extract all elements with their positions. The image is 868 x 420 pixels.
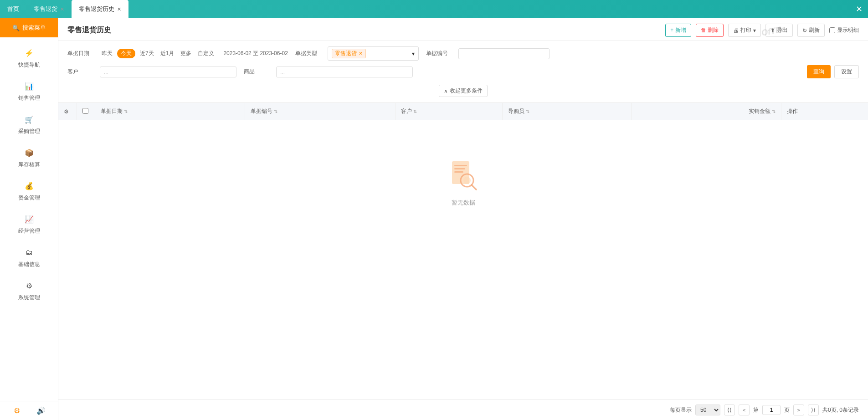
show-detail-checkbox[interactable] [829, 27, 835, 33]
sidebar-nav: ⚡ 快捷导航 📊 销售管理 🛒 采购管理 📦 库存核算 💰 资金管理 📈 [0, 37, 58, 401]
tab-retail-return-close[interactable]: ✕ [60, 6, 64, 12]
page-label-suffix: 页 [784, 406, 790, 414]
print-icon: 🖨 [733, 27, 739, 34]
sidebar-search[interactable]: 🔍 搜索菜单 [0, 18, 58, 37]
query-button[interactable]: 查询 [807, 65, 831, 78]
sidebar-item-base-info[interactable]: 🗂 基础信息 [0, 241, 58, 274]
toolbar: + 新增 🗑 删除 🖨 打印 ▾ ⬆ 导出 ↻ 刷新 [665, 24, 859, 37]
main-layout: 🔍 搜索菜单 ⚡ 快捷导航 📊 销售管理 🛒 采购管理 📦 库存核算 💰 [0, 18, 868, 420]
delete-button[interactable]: 🗑 删除 [696, 24, 724, 37]
first-page-button[interactable]: ⟨⟨ [724, 405, 735, 415]
th-amount[interactable]: 实销金额 ⇅ [631, 103, 781, 120]
sidebar-item-label: 经营管理 [18, 227, 40, 235]
customer-input-container[interactable]: ... [100, 67, 236, 77]
search-icon: 🔍 [12, 25, 20, 31]
svg-line-6 [472, 185, 476, 190]
select-all-checkbox[interactable] [82, 108, 88, 114]
date-btn-yesterday[interactable]: 昨天 [100, 49, 114, 58]
table-container: ⚙ 单据日期 ⇅ 单据编号 [58, 103, 868, 400]
refresh-button[interactable]: ↻ 刷新 [797, 24, 825, 37]
sidebar-item-quick-nav[interactable]: ⚡ 快捷导航 [0, 41, 58, 74]
th-customer[interactable]: 客户 ⇅ [395, 103, 502, 120]
sidebar-bottom: ⚙ 🔊 [0, 401, 58, 420]
window-close-button[interactable]: ✕ [850, 0, 868, 18]
date-btn-custom[interactable]: 自定义 [196, 49, 216, 58]
pagination-bar: 每页显示 20 50 100 ⟨⟨ ＜ 第 1 页 ＞ ⟩⟩ 共0页, 0条记录 [58, 400, 868, 420]
page-size-label: 每页显示 [670, 406, 692, 414]
th-guide[interactable]: 导购员 ⇅ [503, 103, 632, 120]
th-date-label: 单据日期 [101, 108, 123, 115]
show-detail-label[interactable]: 显示明细 [829, 26, 859, 34]
export-icon: ⬆ [770, 27, 775, 34]
th-settings[interactable]: ⚙ [58, 103, 77, 120]
voucher-type-label: 单据类型 [295, 50, 320, 57]
export-button[interactable]: ⬆ 导出 [765, 24, 793, 37]
sidebar-item-label: 采购管理 [18, 128, 40, 135]
empty-cell: 暂无数据 [58, 120, 868, 244]
last-page-button[interactable]: ⟩⟩ [808, 405, 819, 415]
next-page-button[interactable]: ＞ [793, 405, 804, 415]
purchase-icon: 🛒 [23, 113, 36, 126]
table-body: 暂无数据 [58, 120, 868, 244]
date-btn-7days[interactable]: 近7天 [138, 49, 156, 58]
empty-row: 暂无数据 [58, 120, 868, 244]
voucher-type-chevron-icon: ▾ [412, 51, 415, 57]
tab-retail-return-history[interactable]: 零售退货历史 ✕ [72, 0, 128, 18]
date-range-display: 2023-06-02 至 2023-06-02 [223, 50, 288, 57]
voucher-type-tag-close[interactable]: ✕ [359, 51, 363, 56]
customer-filter-label: 客户 [67, 68, 92, 76]
page-title-row: 零售退货历史 + 新增 🗑 删除 🖨 打印 ▾ ⬆ 导出 ↻ [67, 24, 859, 41]
th-action-label: 操作 [787, 108, 798, 114]
prev-page-button[interactable]: ＜ [739, 405, 750, 415]
export-label: 导出 [777, 26, 788, 34]
tab-home-label: 首页 [7, 5, 19, 13]
tab-retail-return-label: 零售退货 [34, 5, 57, 13]
sales-icon: 📊 [23, 80, 36, 92]
table-head: ⚙ 单据日期 ⇅ 单据编号 [58, 103, 868, 120]
sidebar-item-inventory[interactable]: 📦 库存核算 [0, 141, 58, 174]
tab-retail-return-history-close[interactable]: ✕ [117, 6, 121, 12]
sidebar-item-operations[interactable]: 📈 经营管理 [0, 207, 58, 241]
print-button[interactable]: 🖨 打印 ▾ [728, 24, 761, 37]
data-table: ⚙ 单据日期 ⇅ 单据编号 [58, 103, 868, 243]
tab-retail-return[interactable]: 零售退货 ✕ [26, 0, 72, 18]
goods-input-container[interactable]: ... [276, 67, 413, 77]
sidebar-item-finance[interactable]: 💰 资金管理 [0, 174, 58, 207]
empty-text: 暂无数据 [452, 199, 475, 207]
sidebar-item-purchase[interactable]: 🛒 采购管理 [0, 108, 58, 141]
sidebar-item-label: 系统管理 [18, 294, 40, 302]
th-number-sort-icon: ⇅ [274, 109, 277, 114]
svg-rect-3 [454, 171, 463, 173]
base-info-icon: 🗂 [23, 246, 36, 259]
voucher-type-select[interactable]: 零售退货 ✕ ▾ [328, 46, 419, 61]
voucher-number-input[interactable] [458, 48, 550, 59]
svg-rect-1 [454, 165, 467, 166]
date-btn-today[interactable]: 今天 [117, 49, 135, 58]
sidebar-item-sales[interactable]: 📊 销售管理 [0, 74, 58, 108]
th-number[interactable]: 单据编号 ⇅ [245, 103, 395, 120]
empty-state: 暂无数据 [58, 120, 868, 243]
settings-button[interactable]: 设置 [834, 65, 859, 78]
finance-icon: 💰 [23, 179, 36, 192]
collapse-up-icon: ∧ [444, 88, 448, 94]
page-number-input[interactable]: 1 [762, 405, 781, 415]
goods-filter-label: 商品 [244, 68, 269, 76]
collapse-button[interactable]: ∧ 收起更多条件 [439, 85, 488, 97]
date-btn-more[interactable]: 更多 [179, 49, 193, 58]
date-btn-1month[interactable]: 近1月 [159, 49, 176, 58]
system-icon: ⚙ [23, 279, 36, 292]
volume-icon[interactable]: 🔊 [34, 404, 48, 418]
tab-home[interactable]: 首页 [0, 0, 26, 18]
print-label: 打印 [740, 26, 751, 34]
sidebar-item-label: 快捷导航 [18, 61, 40, 69]
new-button[interactable]: + 新增 [665, 24, 691, 37]
th-date[interactable]: 单据日期 ⇅ [95, 103, 245, 120]
refresh-label: 刷新 [809, 26, 820, 34]
page-size-select[interactable]: 20 50 100 [695, 405, 720, 415]
inventory-icon: 📦 [23, 146, 36, 159]
settings-bottom-icon[interactable]: ⚙ [10, 404, 24, 418]
filter-action-buttons: 查询 设置 [807, 65, 859, 78]
th-checkbox [77, 103, 95, 120]
total-records-info: 共0页, 0条记录 [822, 406, 859, 414]
sidebar-item-system[interactable]: ⚙ 系统管理 [0, 274, 58, 307]
